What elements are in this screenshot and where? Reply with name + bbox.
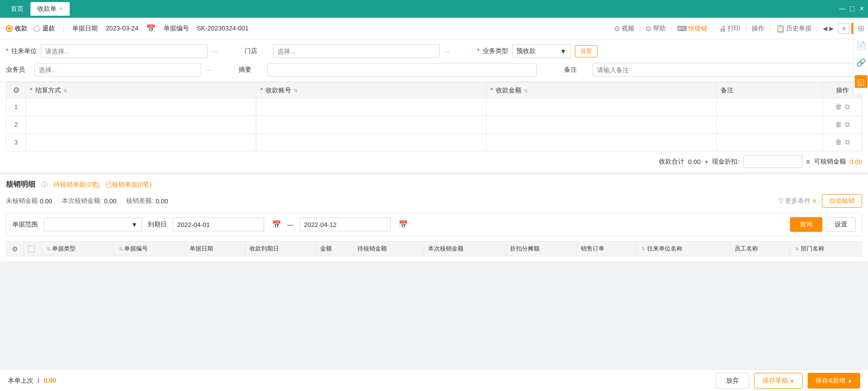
total-label: 收款合计 [659, 157, 684, 166]
counterpart-more-btn[interactable]: ··· [212, 47, 217, 55]
list-view-icon[interactable]: ≡ [839, 23, 849, 34]
th-current-amount: 本次核销金额 [424, 242, 506, 256]
current-stat: 本次核销金额: 0.00 [62, 196, 116, 205]
history-btn[interactable]: 📋 历史单据 [776, 24, 812, 33]
staff-more-btn[interactable]: ··· [205, 66, 211, 74]
footer-info-icon[interactable]: ℹ [37, 377, 40, 384]
video-btn[interactable]: ⊙ 视频 [614, 24, 634, 33]
notes-cell-3[interactable] [716, 134, 822, 151]
range-select[interactable]: ▼ [44, 218, 142, 231]
th-pending: 待核销金额 [353, 242, 424, 256]
history-label: 历史单据 [786, 24, 812, 33]
tab-home[interactable]: 首页 [4, 2, 30, 16]
store-label: 门店 [244, 47, 269, 56]
tab-receipt[interactable]: 收款单 × [30, 2, 70, 16]
table-row: 3 🗑 ⧉ [6, 134, 862, 151]
auto-reconcile-btn[interactable]: 自动核销 [822, 194, 862, 208]
shortcut-btn[interactable]: ⌨ 快捷键 [677, 24, 707, 33]
range-label: 单据范围 [12, 220, 38, 229]
help-btn[interactable]: ⊙ 帮助 [646, 24, 666, 33]
tab-close-icon[interactable]: × [59, 5, 63, 12]
store-more-btn[interactable]: ··· [444, 47, 450, 55]
bottom-table-settings-icon[interactable]: ⚙ [12, 245, 18, 253]
available-value: 0.00 [850, 158, 862, 166]
maximize-icon[interactable]: □ [850, 4, 855, 13]
reconcile-table: ⚙ ⇅ 单据类型 ⇅ 单据编号 单据日期 收款到期日 金额 [6, 241, 862, 256]
business-type-select[interactable]: 预收款 ▼ [512, 44, 571, 58]
more-conditions-btn[interactable]: ▽ 更多条件 ∧ [778, 196, 817, 205]
reconcile-info-icon[interactable]: ⓘ [41, 180, 48, 189]
discard-btn[interactable]: 放弃 [716, 373, 749, 389]
conditions-chevron-icon: ∧ [812, 197, 817, 204]
notes-cell-1[interactable] [716, 98, 822, 116]
print-btn[interactable]: 🖨 打印 [719, 24, 740, 33]
calendar-from-icon[interactable]: 📅 [272, 220, 281, 229]
account-cell-2[interactable] [256, 116, 486, 134]
select-all-checkbox[interactable] [28, 246, 35, 252]
sidebar-link-icon[interactable]: 🔗 [856, 58, 866, 67]
plus-sign: + [705, 158, 708, 166]
operations-btn[interactable]: 操作 [752, 24, 764, 33]
form-settings-btn[interactable]: 设置 [575, 45, 597, 57]
counterpart-input[interactable] [41, 44, 208, 58]
counterpart-label: * 往来单位 [6, 47, 37, 56]
row-num-3: 3 [6, 134, 26, 151]
settlement-cell-3[interactable] [26, 134, 256, 151]
th-dept: ⇅ 部门名称 [790, 242, 862, 256]
th-doc-number: ⇅ 单据编号 [113, 242, 186, 256]
nav-prev-btn[interactable]: ◀ [823, 25, 827, 32]
sidebar-doc-icon[interactable]: 📄 [856, 41, 866, 50]
equals-sign: = [806, 158, 810, 166]
summary-input[interactable] [267, 63, 537, 77]
radio-receipt[interactable]: 收款 [6, 24, 27, 33]
date-from-input[interactable] [173, 218, 264, 231]
th-settlement: * 结算方式 ⇅ [26, 83, 256, 98]
notes-input[interactable] [593, 63, 862, 77]
radio-refund[interactable]: 退款 [33, 24, 55, 33]
save-draft-btn[interactable]: 保存草稿 ▲ [754, 373, 803, 389]
amount-cell-2[interactable] [486, 116, 716, 134]
calendar-to-icon[interactable]: 📅 [399, 220, 408, 229]
staff-input[interactable] [34, 63, 201, 77]
total-value: 0.00 [688, 158, 701, 166]
date-to-input[interactable] [299, 218, 391, 231]
th-account: * 收款账号 ⇅ [256, 83, 486, 98]
summary-label: 摘要 [239, 65, 263, 74]
copy-icon-2[interactable]: ⧉ [845, 120, 850, 129]
sidebar-grid-icon[interactable]: ⊞ [858, 24, 864, 33]
delete-icon-1[interactable]: 🗑 [835, 103, 842, 111]
notes-cell-2[interactable] [716, 116, 822, 134]
form-section: * 往来单位 ··· 门店 ··· * 业务类型 预收款 ▼ 设置 业务员 ··… [0, 39, 868, 82]
copy-icon-1[interactable]: ⧉ [845, 103, 850, 111]
query-btn[interactable]: 查询 [790, 217, 822, 232]
done-tab[interactable]: 已核销单据(0笔) [106, 180, 152, 189]
tab-home-label: 首页 [11, 4, 24, 13]
store-input[interactable] [273, 44, 440, 58]
settlement-cell-1[interactable] [26, 98, 256, 116]
table-settings-icon[interactable]: ⚙ [13, 86, 20, 94]
minimize-icon[interactable]: ─ [840, 4, 845, 13]
account-cell-1[interactable] [256, 98, 486, 116]
delete-icon-2[interactable]: 🗑 [835, 120, 842, 129]
calendar-icon[interactable]: 📅 [146, 24, 156, 33]
discount-input[interactable] [743, 155, 802, 168]
nav-next-btn[interactable]: ▶ [829, 25, 834, 32]
amount-cell-1[interactable] [486, 98, 716, 116]
copy-icon-3[interactable]: ⧉ [845, 138, 850, 146]
close-icon[interactable]: × [860, 4, 864, 13]
delete-icon-3[interactable]: 🗑 [835, 138, 842, 146]
sidebar-expand-icon[interactable]: ◱ [855, 75, 868, 88]
view-toggle: ◀ ▶ [823, 25, 834, 32]
reconcile-section: 核销明细 ⓘ 待核销单据(0笔) 已核销单据(0笔) 未核销金额 0.00 本次… [0, 175, 868, 261]
pending-tab[interactable]: 待核销单据(0笔) [54, 180, 100, 189]
account-cell-3[interactable] [256, 134, 486, 151]
footer-actions: 放弃 保存草稿 ▲ 保存&新增 ▲ [716, 373, 860, 389]
settlement-cell-2[interactable] [26, 116, 256, 134]
date-filter-row: 单据范围 ▼ 到期日 📅 — 📅 查询 设置 [6, 213, 862, 236]
save-new-btn[interactable]: 保存&新增 ▲ [808, 373, 860, 389]
amount-cell-3[interactable] [486, 134, 716, 151]
receipt-type-group: 收款 退款 [6, 24, 55, 33]
available-label: 可核销金额 [814, 157, 846, 166]
settings-btn[interactable]: 设置 [826, 217, 856, 232]
th-counterpart: ⇅ 往来单位名称 [636, 242, 730, 256]
